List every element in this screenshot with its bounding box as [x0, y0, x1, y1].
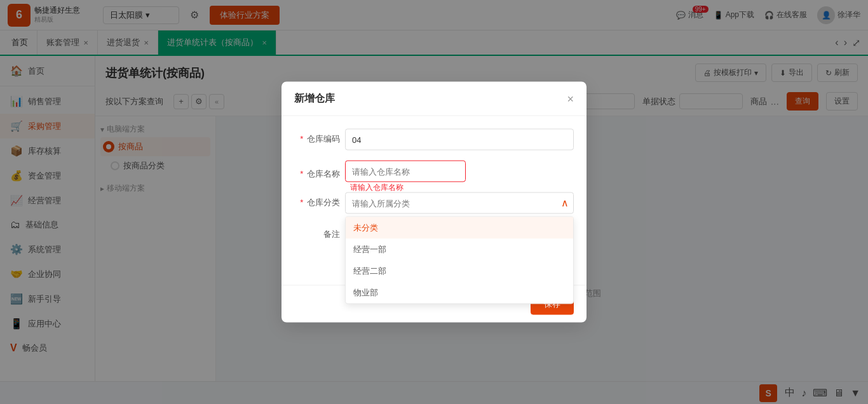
category-field-row: * 仓库分类 ∧ 未分类 经营一部 经营二部 物业部 [294, 192, 574, 214]
name-required-star: * [300, 168, 303, 178]
name-input[interactable] [345, 161, 466, 182]
category-select-wrap: ∧ 未分类 经营一部 经营二部 物业部 [345, 192, 574, 214]
category-required-star: * [300, 198, 303, 207]
name-error-message: 请输入仓库名称 [350, 182, 403, 193]
name-label: * 仓库名称 [294, 163, 345, 179]
category-label: * 仓库分类 [294, 192, 345, 208]
code-field-row: * 仓库编码 [294, 129, 574, 151]
name-field-row: * 仓库名称 请输入仓库名称 [294, 161, 574, 182]
modal-close-button[interactable]: × [567, 93, 574, 104]
category-input[interactable] [345, 192, 574, 214]
dropdown-item-dept2[interactable]: 经营二部 [346, 260, 573, 282]
modal-title: 新增仓库 [294, 92, 335, 105]
code-label: * 仓库编码 [294, 129, 345, 145]
dropdown-item-uncategorized[interactable]: 未分类 [346, 217, 573, 239]
code-input[interactable] [345, 129, 574, 151]
category-dropdown: 未分类 经营一部 经营二部 物业部 [345, 217, 574, 304]
modal-header: 新增仓库 × [281, 82, 587, 116]
dropdown-item-dept1[interactable]: 经营一部 [346, 239, 573, 260]
dropdown-item-property[interactable]: 物业部 [346, 282, 573, 304]
add-warehouse-modal: 新增仓库 × * 仓库编码 * 仓库名称 请输入仓库名称 [281, 82, 587, 323]
code-required-star: * [300, 134, 303, 144]
modal-body: * 仓库编码 * 仓库名称 请输入仓库名称 * 仓库分类 [281, 116, 587, 285]
notes-label: 备注 [294, 224, 345, 240]
